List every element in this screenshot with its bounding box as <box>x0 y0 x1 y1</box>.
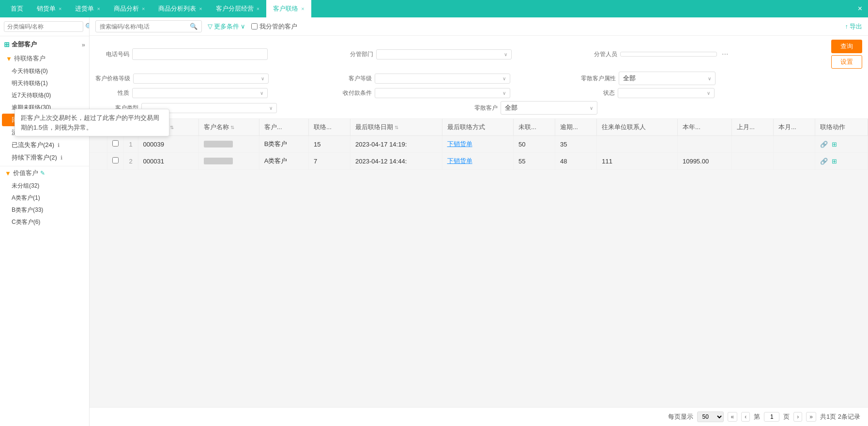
row1-last-date: 2023-04-17 14:19: <box>350 136 442 153</box>
th-customer-name[interactable]: 客户名称 ⇅ <box>198 119 259 136</box>
sidebar-item-a-class[interactable]: A类客户(1) <box>0 192 89 204</box>
close-product-analysis-icon[interactable]: × <box>142 6 145 12</box>
my-customers-check[interactable] <box>251 23 258 29</box>
nav-purchase[interactable]: 进货单 × <box>68 0 107 17</box>
sidebar-search-icon[interactable]: 🔍 <box>85 23 90 30</box>
main-layout: 🔍 ⊞ 全部客户 » ▼ 待联络客户 今天待联络(0) 明天待联络(1) 近7天… <box>0 17 868 426</box>
row2-checkbox[interactable] <box>107 153 123 170</box>
search-icon[interactable]: 🔍 <box>190 23 198 30</box>
th-this-month[interactable]: 本月... <box>774 119 815 136</box>
edit-icon[interactable]: ✎ <box>40 170 45 176</box>
dept-select[interactable]: ∨ <box>376 49 512 59</box>
row2-method-link[interactable]: 下销货单 <box>447 157 472 164</box>
th-unit-contact[interactable]: 往来单位联系人 <box>597 119 678 136</box>
row2-actions: 🔗 ⊞ <box>815 153 868 170</box>
settings-button[interactable]: 设置 <box>831 55 862 69</box>
customer-level-select[interactable]: ∨ <box>375 73 510 84</box>
gender-select[interactable]: ∨ <box>132 88 268 98</box>
row2-check[interactable] <box>112 157 119 163</box>
sidebar-collapse-icon[interactable]: » <box>82 41 85 48</box>
row2-settings <box>90 153 107 170</box>
sidebar-pending-contact-group[interactable]: ▼ 待联络客户 <box>0 52 89 65</box>
payment-select[interactable]: ∨ <box>375 88 510 98</box>
row1-checkbox[interactable] <box>107 136 123 153</box>
filter-row-1: 电话号码 分管部门 ∨ 分管人员 ··· <box>95 40 862 69</box>
row2-link-icon[interactable]: 🔗 <box>820 158 828 165</box>
sidebar-item-today[interactable]: 今天待联络(0) <box>0 65 89 77</box>
next-page-button[interactable]: › <box>793 412 802 422</box>
action-buttons: 查询 设置 <box>831 40 862 69</box>
manager-select[interactable] <box>620 52 717 57</box>
my-customers-checkbox[interactable]: 我分管的客户 <box>251 22 297 31</box>
status-select[interactable]: ∨ <box>618 88 715 98</box>
retail-attr-caret-icon: ∨ <box>708 76 711 81</box>
sidebar-item-already-lost[interactable]: 已流失客户(24) ℹ <box>0 139 89 151</box>
more-conditions-btn[interactable]: ▽ 更多条件 ∨ <box>208 22 245 31</box>
row2-grid-icon[interactable]: ⊞ <box>832 158 837 165</box>
close-sales-icon[interactable]: × <box>59 6 61 12</box>
page-number-input[interactable] <box>764 412 779 422</box>
retail-attr-field: 零散客户属性 全部 ∨ <box>581 72 820 85</box>
grid-icon: ⊞ <box>4 41 10 48</box>
nav-customer-segment[interactable]: 客户分层经营 × <box>209 0 266 17</box>
dept-label: 分管部门 <box>339 50 373 59</box>
phone-label: 电话号码 <box>95 50 129 59</box>
close-segment-icon[interactable]: × <box>257 6 259 12</box>
arrow-icon-2: ▼ <box>5 170 11 177</box>
row1-check[interactable] <box>112 140 119 147</box>
th-last-month[interactable]: 上月... <box>731 119 773 136</box>
sidebar-item-tomorrow[interactable]: 明天待联络(1) <box>0 77 89 89</box>
sidebar-value-customers-group[interactable]: ▼ 价值客户 ✎ <box>0 166 89 180</box>
row2-last-date: 2023-04-12 14:44: <box>350 153 442 170</box>
th-last-contact-method[interactable]: 最后联络方式 <box>442 119 513 136</box>
sidebar-search-input[interactable] <box>4 21 83 32</box>
page-size-select[interactable]: 20 50 100 <box>697 411 724 422</box>
retail-customer-select[interactable]: 全部 ∨ <box>501 101 597 115</box>
nav-home[interactable]: 首页 <box>4 0 30 17</box>
row2-this-month <box>774 153 815 170</box>
nav-product-analysis-list[interactable]: 商品分析列表 × <box>152 0 209 17</box>
filter-icon: ▽ <box>208 23 213 30</box>
price-level-select[interactable]: ∨ <box>133 73 269 84</box>
nav-product-analysis[interactable]: 商品分析 × <box>107 0 152 17</box>
last-page-button[interactable]: » <box>806 412 816 422</box>
sidebar-all-customers[interactable]: ⊞ 全部客户 » <box>0 36 89 52</box>
export-button[interactable]: ↑ 导出 <box>845 22 863 31</box>
sidebar-item-b-class[interactable]: B类客户(33) <box>0 204 89 216</box>
th-contact-count[interactable]: 联络... <box>308 119 350 136</box>
query-button[interactable]: 查询 <box>831 40 862 53</box>
search-input[interactable] <box>100 23 188 30</box>
retail-attr-select[interactable]: 全部 ∨ <box>619 72 716 85</box>
nav-sales[interactable]: 销货单 × <box>30 0 68 17</box>
filter-row-2: 客户价格等级 ∨ 客户等级 ∨ 零散客户属性 全部 <box>95 72 862 85</box>
row2-type: A类客户 <box>259 153 308 170</box>
sidebar-item-unclassified[interactable]: 未分组(32) <box>0 180 89 192</box>
row1-link-icon[interactable]: 🔗 <box>820 141 828 148</box>
sidebar-item-c-class[interactable]: C类客户(6) <box>0 216 89 228</box>
row2-last-method[interactable]: 下销货单 <box>442 153 513 170</box>
th-contact-action: 联络动作 <box>815 119 868 136</box>
window-close-button[interactable]: × <box>858 4 862 13</box>
manager-dots[interactable]: ··· <box>720 50 730 59</box>
row1-method-link[interactable]: 下销货单 <box>447 140 472 147</box>
pagination-bar: 每页显示 20 50 100 « ‹ 第 页 › » 共1页 2条记录 <box>90 407 868 426</box>
first-page-button[interactable]: « <box>728 412 738 422</box>
th-this-year[interactable]: 本年... <box>677 119 731 136</box>
th-last-contact-date[interactable]: 最后联络日期 ⇅ <box>350 119 442 136</box>
close-product-list-icon[interactable]: × <box>199 6 202 12</box>
phone-input[interactable] <box>132 48 268 60</box>
row1-grid-icon[interactable]: ⊞ <box>832 141 837 148</box>
retail-customer-field: 零散客户 全部 ∨ <box>464 101 820 115</box>
prev-page-button[interactable]: ‹ <box>741 412 750 422</box>
table-container[interactable]: ⚙ 客户编码 ⇅ <box>90 119 868 407</box>
sidebar-item-7days[interactable]: 近7天待联络(0) <box>0 89 89 102</box>
th-overdue[interactable]: 逾期... <box>555 119 597 136</box>
th-customer-type[interactable]: 客户... <box>259 119 308 136</box>
close-contact-icon[interactable]: × <box>301 6 304 12</box>
gender-caret-icon: ∨ <box>260 90 263 96</box>
th-unpaid[interactable]: 未联... <box>513 119 555 136</box>
nav-customer-contact[interactable]: 客户联络 × <box>266 0 311 17</box>
row1-last-method[interactable]: 下销货单 <box>442 136 513 153</box>
sidebar-item-continuous-down[interactable]: 持续下滑客户(2) ℹ <box>0 151 89 164</box>
close-purchase-icon[interactable]: × <box>97 6 100 12</box>
